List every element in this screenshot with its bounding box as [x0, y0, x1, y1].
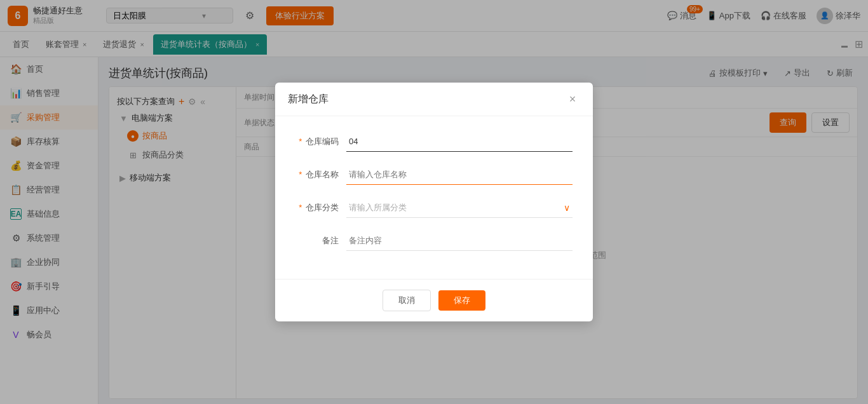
modal-body: * 仓库编码 * 仓库名称 * 仓库分类 请输入所属: [275, 116, 593, 279]
modal-overlay: 新增仓库 × * 仓库编码 * 仓库名称: [0, 0, 868, 404]
warehouse-category-select[interactable]: 请输入所属分类 ∨: [346, 198, 573, 218]
remark-field-row: 备注: [295, 231, 573, 251]
save-button[interactable]: 保存: [438, 290, 485, 311]
cancel-button[interactable]: 取消: [383, 290, 431, 311]
modal-footer: 取消 保存: [275, 279, 593, 321]
category-field-row: * 仓库分类 请输入所属分类 ∨: [295, 198, 573, 218]
select-dropdown-icon: ∨: [564, 203, 570, 213]
category-placeholder: 请输入所属分类: [349, 202, 407, 213]
name-label: * 仓库名称: [295, 169, 346, 180]
warehouse-code-input[interactable]: [346, 131, 573, 152]
modal-header: 新增仓库 ×: [275, 83, 593, 116]
warehouse-name-input[interactable]: [346, 165, 573, 185]
category-label: * 仓库分类: [295, 202, 346, 213]
remark-label: 备注: [295, 235, 346, 246]
modal-title: 新增仓库: [288, 93, 329, 106]
code-field-row: * 仓库编码: [295, 131, 573, 152]
code-label: * 仓库编码: [295, 136, 346, 147]
modal-close-button[interactable]: ×: [565, 91, 580, 107]
name-field-row: * 仓库名称: [295, 165, 573, 185]
new-warehouse-modal: 新增仓库 × * 仓库编码 * 仓库名称: [275, 83, 593, 321]
warehouse-remark-input[interactable]: [346, 231, 573, 251]
